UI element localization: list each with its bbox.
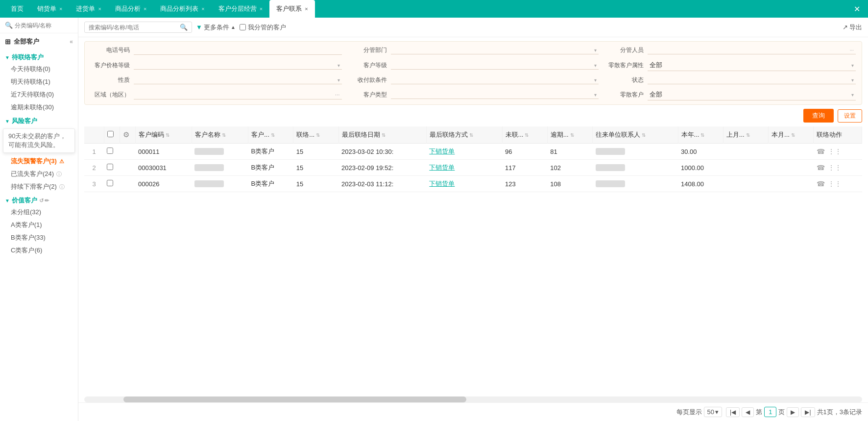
query-button[interactable]: 查询 [803,109,834,123]
th-last-month[interactable]: 上月... ⇅ [723,126,768,144]
all-customers-header[interactable]: ⊞ 全部客户 « [0,33,78,50]
row-action-contact-0[interactable]: ☎ [817,148,825,155]
sidebar-item-today[interactable]: 今天待联络(0) [0,63,78,75]
sidebar-item-tomorrow[interactable]: 明天待联络(1) [0,75,78,88]
value-edit-icon[interactable]: ✏ [45,198,49,204]
tab-goods-analysis-close[interactable]: × [144,6,146,12]
filter-region-select[interactable]: ··· [134,90,342,99]
horizontal-scrollbar[interactable] [84,396,862,402]
filter-customer-grade-select[interactable]: ▾ [391,62,599,70]
row-checkbox-1[interactable] [104,160,120,176]
row-last-method-1[interactable]: 下销货单 [426,160,502,176]
th-contact[interactable]: 联络... ⇅ [293,126,338,144]
filter-customer-grade: 客户等级 ▾ [348,61,599,70]
tab-home[interactable]: 首页 [4,0,30,18]
sidebar-search-input[interactable] [15,22,73,29]
sidebar-item-a-class[interactable]: A类客户(1) [0,219,78,231]
tab-purchase[interactable]: 进货单 × [69,0,108,18]
th-action: 联络动作 [814,126,862,144]
sidebar-item-c-class[interactable]: C类客户(6) [0,244,78,257]
sidebar-item-overdue[interactable]: 逾期未联络(30) [0,101,78,114]
my-customers-checkbox[interactable] [240,24,246,30]
tab-customer-contact[interactable]: 客户联系 × [269,0,314,18]
th-code[interactable]: 客户编码 ⇅ [135,126,192,144]
th-last-method[interactable]: 最后联络方式 ⇅ [426,126,502,144]
sidebar-item-declining[interactable]: 持续下滑客户(2) ⓘ [0,180,78,193]
row-action-contact-1[interactable]: ☎ [817,164,825,172]
row-last-method-2[interactable]: 下销货单 [426,176,502,192]
filter-scatter-attr-select[interactable]: 全部 ▾ [648,60,856,71]
row-action-more-2[interactable]: ⋮⋮ [828,180,842,188]
filter-payment-select[interactable]: ▾ [391,76,599,84]
row-action-more-1[interactable]: ⋮⋮ [828,164,842,172]
more-conditions-button[interactable]: ▼ 更多条件 ▲ [196,23,236,32]
search-submit-icon[interactable]: 🔍 [180,24,188,31]
sidebar-item-churned[interactable]: 已流失客户(24) ⓘ [0,168,78,180]
row-checkbox-0[interactable] [104,144,120,160]
row-overdue-2: 108 [547,176,592,192]
sidebar-group-risk[interactable]: ▼ 风险客户 [0,114,78,126]
page-last-button[interactable]: ▶| [801,407,815,417]
row-action-contact-2[interactable]: ☎ [817,180,825,188]
scrollbar-thumb[interactable] [123,396,466,402]
th-this-year[interactable]: 本年... ⇅ [678,126,723,144]
filter-person-select[interactable]: ··· [648,47,856,54]
page-next-button[interactable]: ▶ [787,407,799,417]
sidebar-item-b-class[interactable]: B类客户(33) [0,231,78,244]
sidebar: 🔍 ⊞ 全部客户 « ▼ 待联络客户 今天待联络(0) 明天待联络(1) 近7天… [0,18,78,421]
row-last-month-0 [723,144,768,160]
tab-home-label: 首页 [11,4,24,13]
tab-sales-close[interactable]: × [59,6,62,12]
type-sort-icon: ⇅ [271,132,275,138]
filter-cust-type-select[interactable]: ▾ [391,91,599,99]
tab-customer-contact-close[interactable]: × [305,6,308,12]
sidebar-item-7days[interactable]: 近7天待联络(0) [0,88,78,101]
row-action-more-0[interactable]: ⋮⋮ [828,148,842,155]
sidebar-group-pending[interactable]: ▼ 待联络客户 [0,50,78,63]
th-name[interactable]: 客户名称 ⇅ [192,126,248,144]
th-settings[interactable]: ⚙ [120,126,135,144]
settings-button[interactable]: 设置 [838,109,862,123]
filter-phone-input[interactable] [134,46,342,55]
row-last-method-0[interactable]: 下销货单 [426,144,502,160]
per-page-select[interactable]: 50 ▾ [704,407,722,417]
page-prev-button[interactable]: ◀ [742,407,754,417]
sidebar-item-churn-warning[interactable]: 流失预警客户(3) ⚠ [0,155,78,168]
th-no-contact[interactable]: 未联... ⇅ [502,126,547,144]
table-settings-icon[interactable]: ⚙ [123,130,129,139]
sidebar-group-value[interactable]: ▼ 价值客户 ↺ ✏ [0,193,78,206]
tab-sales[interactable]: 销货单 × [30,0,69,18]
filter-status-select[interactable]: ▾ [648,76,856,84]
filter-dept-select[interactable]: ▾ [391,47,599,54]
filter-price-grade-select[interactable]: ▾ [134,62,342,70]
per-page-label: 每页显示 [676,408,702,417]
export-button[interactable]: ↗ 导出 [843,23,862,32]
sidebar-item-ungroup[interactable]: 未分组(32) [0,206,78,219]
search-box[interactable]: 🔍 [84,22,192,33]
th-type[interactable]: 客户... ⇅ [248,126,293,144]
select-all-checkbox[interactable] [107,131,114,137]
filter-nature-select[interactable]: ▾ [134,76,342,84]
collapse-icon[interactable]: « [70,38,73,45]
region-more[interactable]: ··· [335,91,340,98]
filter-scatter-cust-select[interactable]: 全部 ▾ [648,89,856,100]
tab-customer-layer-close[interactable]: × [260,6,263,12]
th-last-date[interactable]: 最后联络日期 ⇅ [338,126,426,144]
tab-goods-analysis[interactable]: 商品分析 × [108,0,153,18]
tab-goods-analysis-list[interactable]: 商品分析列表 × [153,0,211,18]
th-this-month[interactable]: 本月... ⇅ [769,126,814,144]
value-refresh-icon[interactable]: ↺ [39,198,44,204]
tab-goods-analysis-list-close[interactable]: × [201,6,204,12]
row-checkbox-2[interactable] [104,176,120,192]
tab-purchase-close[interactable]: × [98,6,101,12]
th-unit-contact[interactable]: 往来单位联系人 ⇅ [593,126,678,144]
table-row: 3 000026 B类客户 15 2023-02-03 11:12: 下销货单 … [84,176,862,192]
page-first-button[interactable]: |◀ [726,407,740,417]
my-customers-checkbox-label[interactable]: 我分管的客户 [240,23,286,32]
th-checkbox[interactable] [104,126,120,144]
close-all-button[interactable]: ✕ [850,4,864,14]
th-overdue[interactable]: 逾期... ⇅ [547,126,592,144]
tab-customer-layer[interactable]: 客户分层经营 × [212,0,269,18]
search-input[interactable] [89,24,180,31]
row-num-0: 1 [84,144,104,160]
